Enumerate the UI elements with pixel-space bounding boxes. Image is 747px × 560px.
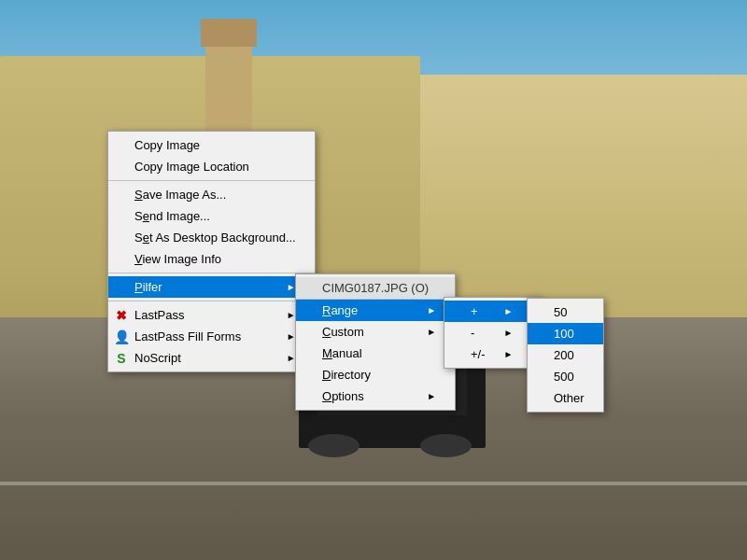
range-plus[interactable]: + ► 50 100 200 [444,301,541,322]
pilfer-filename: CIMG0187.JPG (O) [322,281,429,295]
menu-item-lastpass-label: LastPass [134,308,184,322]
menu-item-set-desktop-bg[interactable]: Set As Desktop Background... [108,227,315,248]
value-500-label: 500 [554,370,574,384]
menu-item-lastpass[interactable]: ✖ LastPass ► [108,304,315,326]
lastpass-fill-icon: 👤 [112,328,131,346]
separator-1 [108,180,315,181]
pilfer-menu-directory-label: Directory [322,368,371,382]
custom-arrow: ► [427,327,436,337]
menu-item-lastpass-fill-label: LastPass Fill Forms [134,329,241,343]
value-200[interactable]: 200 [528,344,603,366]
menu-item-copy-image-location[interactable]: Copy Image Location [108,156,315,177]
range-plusminus-label: +/- [471,347,486,361]
pilfer-header: CIMG0187.JPG (O) [296,277,455,300]
menu-item-view-image-info[interactable]: View Image Info [108,248,315,270]
value-50[interactable]: 50 [528,301,603,323]
pilfer-menu-range-label: Range [322,303,358,317]
menu-item-noscript[interactable]: S NoScript ► [108,347,315,369]
road-line [0,482,747,485]
value-200-label: 200 [554,348,574,362]
pilfer-menu-options[interactable]: Options ► [296,385,455,407]
pilfer-menu-custom-label: Custom [322,325,364,339]
pilfer-menu-options-label: Options [322,389,364,403]
pilfer-menu-directory[interactable]: Directory [296,364,455,385]
context-menu: Copy Image Copy Image Location Save Imag… [107,131,316,372]
value-100[interactable]: 100 [528,323,603,344]
values-submenu: 50 100 200 500 O [527,298,604,413]
value-50-label: 50 [554,305,567,319]
value-other[interactable]: Other [528,387,603,409]
menu-item-pilfer[interactable]: Pilfer ► CIMG0187.JPG (O) Range ► + ► [108,276,315,298]
menu-item-save-image-as-label: Save Image As... [134,188,226,202]
menu-item-save-image-as[interactable]: Save Image As... [108,184,315,205]
menu-item-copy-image-location-label: Copy Image Location [134,160,249,174]
pilfer-submenu: CIMG0187.JPG (O) Range ► + ► 50 [295,273,456,411]
menu-item-noscript-label: NoScript [134,351,181,365]
options-arrow: ► [427,391,436,401]
lastpass-icon: ✖ [112,306,131,325]
menu-item-lastpass-fill[interactable]: 👤 LastPass Fill Forms ► [108,326,315,347]
menu-item-send-image[interactable]: Send Image... [108,205,315,227]
pilfer-menu-custom[interactable]: Custom ► [296,321,455,343]
pilfer-menu-range[interactable]: Range ► + ► 50 100 [296,300,455,321]
menu-item-set-desktop-bg-label: Set As Desktop Background... [134,231,296,245]
suv-wheel-left [308,434,359,457]
range-minus-label: - [471,326,474,340]
pilfer-menu-manual-label: Manual [322,346,362,360]
menu-item-send-image-label: Send Image... [134,209,210,223]
separator-3 [108,301,315,301]
range-plus-label: + [471,304,478,318]
minus-arrow: ► [504,328,514,338]
value-other-label: Other [554,391,585,405]
value-500[interactable]: 500 [528,366,603,387]
noscript-icon: S [112,349,131,368]
suv-wheel-right [420,434,472,457]
range-submenu-arrow: ► [427,305,436,315]
plusminus-arrow: ► [504,349,514,359]
separator-2 [108,273,315,273]
menu-item-copy-image[interactable]: Copy Image [108,134,315,156]
plus-arrow: ► [504,306,514,316]
menu-item-pilfer-label: Pilfer [134,280,162,294]
tower-top [201,19,257,47]
pilfer-menu-manual[interactable]: Manual [296,343,455,364]
menu-item-view-image-info-label: View Image Info [134,252,221,266]
range-submenu: + ► 50 100 200 [444,297,542,369]
value-100-label: 100 [554,327,574,341]
menu-item-copy-image-label: Copy Image [134,138,200,152]
